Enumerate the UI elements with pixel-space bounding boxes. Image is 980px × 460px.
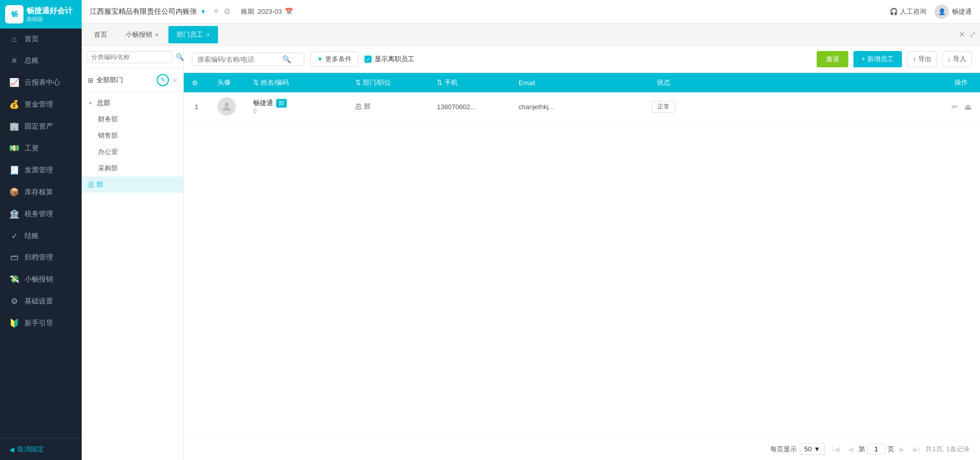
expand-triangle-icon: ▼ (88, 100, 93, 106)
sidebar-item-settings[interactable]: ⚙ 基础设置 (0, 290, 82, 312)
dept-item-finance[interactable]: 财务部 (82, 111, 183, 127)
dept-edit-button[interactable]: ✎ (157, 74, 169, 86)
dept-item-office[interactable]: 办公室 (82, 144, 183, 160)
next-page-button[interactable]: ▶ (896, 444, 908, 454)
headset-icon: 🎧 (890, 8, 898, 15)
col-name[interactable]: ⇅ 姓名/编码 (245, 73, 347, 92)
dept-search-icon[interactable]: 🔍 (176, 53, 184, 61)
user-name: 畅捷通 (952, 7, 972, 16)
dept-search-input[interactable] (87, 51, 173, 63)
tab-home[interactable]: 首页 (86, 26, 115, 43)
edit-employee-button[interactable]: ✏ (951, 102, 958, 112)
logo-title: 畅捷通好会计 (27, 6, 72, 15)
user-menu[interactable]: 👤 畅捷通 (935, 5, 972, 19)
filter-icon: ▼ (317, 56, 323, 63)
prev-page-button[interactable]: ◀ (845, 444, 856, 454)
employee-panel: 🔍 ▼ 更多条件 ✓ 显示离职员工 邀请 + 新增员工 ↑ 导出 (184, 46, 980, 460)
dept-item-sales[interactable]: 销售部 (82, 127, 183, 144)
employee-table: ⚙ 头像 ⇅ 姓名/编码 ⇅ 部门/职位 (184, 73, 980, 438)
import-button[interactable]: ↓ 导入 (942, 51, 972, 67)
page-input[interactable] (867, 444, 886, 454)
period-selector[interactable]: 账期 2023-03 📅 (241, 7, 293, 16)
col-dept[interactable]: ⇅ 部门/职位 (347, 73, 429, 92)
col-settings[interactable]: ⚙ (184, 73, 209, 92)
archive-icon: 🗃 (9, 253, 19, 262)
dept-tree: ▼ 总部 财务部 销售部 办公室 采购部 总 部 (82, 92, 183, 460)
col-actions: 操作 (715, 73, 980, 92)
period-label: 账期 (241, 7, 254, 16)
export-icon: ↑ (913, 56, 916, 63)
first-page-button[interactable]: |◀ (829, 444, 843, 454)
collapse-icon[interactable]: « (173, 76, 177, 84)
all-depts-label: ⊞ 全部部门 (88, 75, 123, 85)
tab-dept-close[interactable]: × (206, 32, 209, 38)
last-page-button[interactable]: ▶| (910, 444, 924, 454)
gear-icon[interactable]: ⚙ (224, 7, 231, 16)
sidebar-item-inventory[interactable]: 📦 库存核算 (0, 181, 82, 203)
tab-dept-staff[interactable]: 部门员工 × (168, 26, 217, 43)
show-resigned-toggle[interactable]: ✓ 显示离职员工 (364, 55, 414, 64)
sidebar-item-expense[interactable]: 💸 小畅报销 (0, 268, 82, 290)
employee-name: 畅捷通 (253, 98, 273, 108)
tab-expense-close[interactable]: × (155, 32, 158, 38)
company-selector[interactable]: 江西服宝精品有限责任公司内账张 ▼ (90, 7, 206, 16)
dept-item-purchase[interactable]: 采购部 (82, 160, 183, 176)
tab-expense[interactable]: 小畅报销 × (117, 26, 166, 43)
sidebar-item-archive[interactable]: 🗃 归档管理 (0, 247, 82, 268)
sidebar-item-checkout[interactable]: ✓ 结账 (0, 225, 82, 247)
pagination: 每页显示 50 ▼ |◀ ◀ 第 页 ▶ ▶| 共1页, 1条记录 (184, 438, 980, 460)
sidebar-logo: 畅 畅捷通好会计 旗舰版 (0, 0, 82, 29)
employee-search-input[interactable] (198, 56, 279, 63)
more-filters-button[interactable]: ▼ 更多条件 (310, 52, 358, 67)
sidebar-item-home[interactable]: ⌂ 首页 (0, 29, 82, 50)
sidebar-item-guide[interactable]: 🔰 新手引导 (0, 312, 82, 334)
sidebar-item-tax[interactable]: 🏦 税务管理 (0, 203, 82, 225)
expense-icon: 💸 (9, 274, 19, 284)
col-phone[interactable]: ⇅ 手机 (429, 73, 510, 92)
sidebar-item-ledger[interactable]: ≡ 总账 (0, 50, 82, 71)
employee-search-bar: 🔍 (192, 53, 304, 66)
employee-search-icon[interactable]: 🔍 (282, 55, 291, 63)
invite-button[interactable]: 邀请 (817, 51, 848, 67)
close-tab-button[interactable]: ✕ (959, 30, 965, 39)
row-email-cell: chanjethkj... (510, 92, 612, 121)
sidebar-item-funds[interactable]: 💰 资金管理 (0, 93, 82, 115)
export-button[interactable]: ↑ 导出 (907, 51, 937, 67)
add-employee-button[interactable]: + 新增员工 (853, 51, 902, 67)
logo-icon: 畅 (5, 5, 23, 23)
checkout-icon: ✓ (9, 231, 19, 241)
row-phone-cell: 138070602... (429, 92, 510, 121)
main-area: 江西服宝精品有限责任公司内账张 ▼ + ⚙ 账期 2023-03 📅 🎧 人工咨… (82, 0, 980, 460)
logo-subtitle: 旗舰版 (27, 15, 72, 23)
page-navigation: |◀ ◀ 第 页 ▶ ▶| 共1页, 1条记录 (829, 444, 970, 454)
service-button[interactable]: 🎧 人工咨询 (890, 7, 926, 16)
maximize-button[interactable]: ⤢ (969, 30, 976, 39)
per-page-dropdown[interactable]: 50 ▼ (800, 443, 825, 455)
row-index: 1 (184, 92, 209, 121)
reports-icon: 📈 (9, 78, 19, 87)
guide-icon: 🔰 (9, 318, 19, 328)
employee-actions: 邀请 + 新增员工 ↑ 导出 ↓ 导入 (817, 51, 972, 67)
employee-code: 0 (253, 108, 339, 115)
sidebar-item-reports[interactable]: 📈 云报表中心 (0, 71, 82, 93)
employee-avatar (217, 97, 236, 116)
row-status-cell: 正常 (612, 92, 715, 121)
sidebar-item-invoice[interactable]: 🧾 发票管理 (0, 159, 82, 181)
resigned-checkbox[interactable]: ✓ (364, 56, 372, 63)
period-value: 2023-03 (257, 8, 282, 15)
dept-item-general[interactable]: 总 部 (82, 176, 183, 193)
funds-icon: 💰 (9, 99, 19, 109)
employee-dept-badge: 部 (276, 99, 287, 108)
page-prefix-label: 第 (859, 445, 865, 454)
calendar-icon: 📅 (285, 8, 293, 15)
import-icon: ↓ (948, 56, 951, 63)
company-dropdown-icon[interactable]: ▼ (200, 8, 206, 15)
logout-employee-button[interactable]: ⏏ (964, 102, 972, 112)
dept-parent-zongbu[interactable]: ▼ 总部 (82, 95, 183, 111)
sidebar-item-fixed[interactable]: 🏢 固定资产 (0, 115, 82, 137)
sidebar-item-salary[interactable]: 💵 工资 (0, 137, 82, 159)
sidebar-unpin-button[interactable]: ◀ 取消固定 (0, 438, 82, 460)
dept-header: ⊞ 全部部门 ✎ « (82, 69, 183, 92)
svg-point-0 (225, 103, 229, 107)
add-company-button[interactable]: + (213, 6, 219, 17)
